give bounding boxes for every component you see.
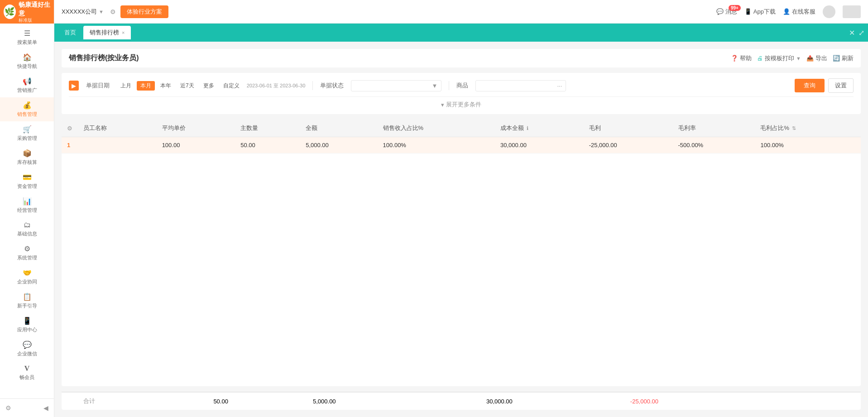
data-table: ⚙ 员工名称 平均单价 主数量 全额 (62, 120, 861, 153)
enterprise-icon: 🤝 (23, 268, 32, 277)
sidebar-item-marketing[interactable]: 📢 营销推广 (0, 73, 54, 97)
sidebar-item-app-center[interactable]: 📱 应用中心 (0, 313, 54, 337)
try-industry-btn[interactable]: 体验行业方案 (120, 5, 168, 18)
sidebar-item-finance[interactable]: 💳 资金管理 (0, 169, 54, 193)
sidebar-item-system[interactable]: ⚙ 系统管理 (0, 241, 54, 265)
export-label: 导出 (815, 54, 827, 62)
page-actions: ❓ 帮助 🖨 按模板打印 ▼ 📤 导出 🔄 刷新 (731, 54, 854, 62)
cell-gross: -25,000.00 (584, 137, 673, 153)
rank-number: 1 (67, 142, 70, 149)
footer-sales-pct (439, 397, 481, 405)
logo-text: 畅康通好生意 标准版 (19, 0, 50, 23)
window-maximize-icon[interactable]: ⤢ (858, 29, 864, 37)
gross-pct-sort-icon[interactable]: ⇅ (792, 125, 796, 131)
th-settings[interactable]: ⚙ (62, 120, 78, 137)
sidebar-item-sales[interactable]: 💰 销售管理 (0, 97, 54, 121)
message-icon: 💬 (716, 8, 724, 15)
filter-divider-1 (312, 81, 313, 90)
help-label: 帮助 (740, 54, 752, 62)
help-btn[interactable]: ❓ 帮助 (731, 54, 752, 62)
filter-settings-btn[interactable]: 设置 (828, 78, 854, 93)
message-btn[interactable]: 💬 消息 99+ (716, 8, 737, 16)
tab-close-icon[interactable]: × (122, 30, 125, 35)
window-close-icon[interactable]: ✕ (849, 29, 855, 37)
sidebar-item-inventory[interactable]: 📦 库存核算 (0, 145, 54, 169)
th-cost: 成本全额 ℹ (495, 120, 584, 137)
template-print-btn[interactable]: 🖨 按模板打印 ▼ (757, 54, 801, 62)
cell-amount: 5,000.00 (300, 137, 377, 153)
date-this-month-btn[interactable]: 本月 (137, 81, 155, 91)
goods-input[interactable]: ··· (475, 80, 566, 91)
cell-sales-pct: 100.00% (378, 137, 495, 153)
expand-more-label: 展开更多条件 (446, 101, 481, 109)
table-footer: 合计 50.00 5,000.00 30,000.00 -25,000.00 (62, 392, 861, 410)
sidebar-item-basic-info[interactable]: 🗂 基础信息 (0, 217, 54, 241)
sidebar-item-guide[interactable]: 📋 新手引导 (0, 289, 54, 313)
cell-qty: 50.00 (235, 137, 300, 153)
filter-toggle-btn[interactable]: ▶ (69, 81, 79, 91)
tab-sales-ranking[interactable]: 销售排行榜 × (83, 26, 131, 39)
filter-area: ▶ 单据日期 上月 本月 本年 近7天 更多 自定义 2023-06-01 至 … (62, 73, 861, 114)
sidebar-item-vip[interactable]: V 畅会员 (0, 361, 54, 384)
user-menu[interactable] (843, 5, 861, 18)
active-tab-label: 销售排行榜 (90, 29, 119, 37)
date-filter-buttons: 上月 本月 本年 近7天 更多 自定义 2023-06-01 至 2023-06… (117, 81, 305, 91)
column-settings-icon[interactable]: ⚙ (67, 125, 72, 132)
inventory-icon: 📦 (23, 149, 32, 158)
date-7days-btn[interactable]: 近7天 (177, 81, 198, 91)
expand-more-btn[interactable]: ▾ 展开更多条件 (69, 96, 854, 109)
footer-gross-pct (819, 397, 861, 405)
cell-gross-rate: -500.00% (673, 137, 755, 153)
page-title: 销售排行榜(按业务员) (69, 53, 139, 63)
footer-qty: 50.00 (208, 397, 307, 405)
footer-gross: -25,000.00 (625, 397, 777, 405)
footer-avg-price (166, 397, 208, 405)
date-custom-btn[interactable]: 自定义 (220, 81, 243, 91)
message-badge: 99+ (729, 5, 741, 11)
sidebar-nav: ☰ 搜索菜单 🏠 快捷导航 📢 营销推广 💰 销售管理 🛒 采购管理 📦 库存核… (0, 24, 54, 398)
goods-more-icon: ··· (557, 82, 562, 89)
app-download-label: App下载 (753, 8, 776, 16)
search-order-icon: ☰ (24, 29, 30, 38)
sidebar-item-search-order[interactable]: ☰ 搜索菜单 (0, 25, 54, 49)
topbar-right: 💬 消息 99+ 📱 App下载 👤 在线客服 (716, 5, 861, 18)
refresh-btn[interactable]: 🔄 刷新 (833, 54, 854, 62)
print-label: 按模板打印 (765, 54, 794, 62)
tabbar-right: ✕ ⤢ (849, 29, 864, 37)
sidebar-item-operations[interactable]: 📊 经营管理 (0, 193, 54, 217)
print-icon: 🖨 (757, 55, 763, 62)
topbar-gear-icon[interactable]: ⚙ (110, 8, 116, 15)
tabbar: 首页 销售排行榜 × ✕ ⤢ (54, 24, 868, 42)
topbar: XXXXXX公司 ▼ ⚙ 体验行业方案 💬 消息 99+ 📱 App下载 👤 在… (54, 0, 868, 24)
date-this-year-btn[interactable]: 本年 (157, 81, 175, 91)
filter-row-1: ▶ 单据日期 上月 本月 本年 近7天 更多 自定义 2023-06-01 至 … (69, 78, 854, 93)
sidebar-item-enterprise[interactable]: 🤝 企业协同 (0, 265, 54, 289)
print-dropdown-icon: ▼ (796, 56, 801, 61)
status-select[interactable]: ▼ (351, 80, 441, 91)
online-service-btn[interactable]: 👤 在线客服 (783, 8, 815, 16)
company-selector[interactable]: XXXXXX公司 ▼ (62, 8, 104, 16)
footer-row: 合计 50.00 5,000.00 30,000.00 -25,000.00 (62, 397, 861, 405)
sidebar-item-wechat[interactable]: 💬 企业微信 (0, 337, 54, 361)
sidebar-collapse-btn[interactable]: ◀ (42, 403, 50, 413)
export-btn[interactable]: 📤 导出 (806, 54, 827, 62)
th-qty: 主数量 (235, 120, 300, 137)
page-header: 销售排行榜(按业务员) ❓ 帮助 🖨 按模板打印 ▼ 📤 导出 🔄 刷新 (62, 49, 861, 67)
sidebar-settings-btn[interactable]: ⚙ (4, 403, 13, 413)
table-header-row: ⚙ 员工名称 平均单价 主数量 全额 (62, 120, 861, 137)
tab-home[interactable]: 首页 (58, 26, 82, 39)
cell-gross-pct: 100.00% (755, 137, 861, 153)
date-more-btn[interactable]: 更多 (200, 81, 218, 91)
cost-info-icon: ℹ (527, 125, 528, 131)
th-gross-pct: 毛利占比% ⇅ (755, 120, 861, 137)
sidebar-item-quick-nav[interactable]: 🏠 快捷导航 (0, 49, 54, 73)
avatar[interactable] (823, 5, 835, 18)
footer-gross-rate (777, 397, 819, 405)
app-download-btn[interactable]: 📱 App下载 (744, 8, 776, 16)
sidebar-item-purchase[interactable]: 🛒 采购管理 (0, 121, 54, 145)
th-amount: 全额 (300, 120, 377, 137)
query-btn[interactable]: 查询 (795, 79, 825, 92)
cell-rank: 1 (62, 137, 78, 153)
th-avg-price: 平均单价 (157, 120, 235, 137)
date-last-month-btn[interactable]: 上月 (117, 81, 135, 91)
